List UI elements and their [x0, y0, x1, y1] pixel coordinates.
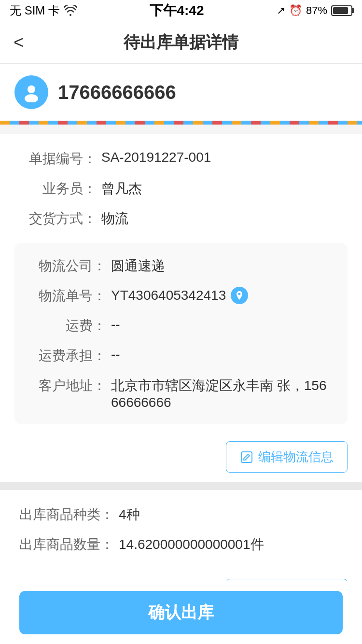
product-type-label: 出库商品种类： [19, 505, 114, 524]
confirm-outbound-button[interactable]: 确认出库 [19, 591, 343, 634]
logistics-company-label: 物流公司： [29, 257, 106, 275]
product-quantity-value: 14.620000000000001件 [119, 535, 264, 554]
logistics-freight-bear-value: -- [111, 347, 333, 362]
order-number-label: 单据编号： [19, 150, 97, 168]
order-number-row: 单据编号： SA-20191227-001 [19, 150, 343, 168]
agent-label: 业务员： [19, 180, 97, 198]
logistics-card: 物流公司： 圆通速递 物流单号： YT4306405342413 运费： -- [14, 243, 348, 424]
track-location-button[interactable] [231, 287, 248, 304]
order-number-value: SA-20191227-001 [101, 150, 343, 165]
agent-row: 业务员： 曾凡杰 [19, 180, 343, 198]
section-separator [0, 482, 362, 490]
svg-rect-2 [241, 452, 252, 462]
logistics-address-label: 客户地址： [29, 377, 106, 395]
alarm-icon: ⏰ [289, 4, 302, 17]
product-quantity-row: 出库商品数量： 14.620000000000001件 [19, 535, 343, 554]
back-button[interactable]: < [14, 32, 24, 53]
confirm-btn-label: 确认出库 [148, 602, 214, 624]
agent-value: 曾凡杰 [101, 180, 343, 198]
logistics-freight-label: 运费： [29, 317, 106, 335]
logistics-tracking-label: 物流单号： [29, 287, 106, 305]
dashed-divider [0, 121, 362, 125]
logistics-freight-value: -- [111, 317, 333, 332]
battery-fill [333, 7, 348, 14]
battery-label: 87% [306, 4, 327, 17]
delivery-value: 物流 [101, 210, 343, 228]
status-left: 无 SIM 卡 [10, 3, 77, 18]
logistics-card-wrapper: 物流公司： 圆通速递 物流单号： YT4306405342413 运费： -- [0, 243, 362, 432]
wifi-icon [64, 5, 77, 16]
location-status-icon: ↗ [277, 4, 285, 17]
delivery-label: 交货方式： [19, 210, 97, 228]
avatar-person-icon [21, 82, 42, 102]
map-pin-icon [235, 291, 244, 300]
section-spacer-1 [0, 125, 362, 134]
tracking-number: YT4306405342413 [111, 288, 226, 303]
edit-icon [240, 450, 253, 464]
logistics-freight-row: 运费： -- [29, 317, 333, 335]
customer-phone: 17666666666 [58, 82, 176, 103]
svg-point-1 [25, 94, 38, 102]
status-right: ↗ ⏰ 87% [277, 4, 352, 17]
logistics-tracking-value: YT4306405342413 [111, 287, 333, 304]
order-info-section: 单据编号： SA-20191227-001 业务员： 曾凡杰 交货方式： 物流 [0, 134, 362, 243]
logistics-company-value: 圆通速递 [111, 257, 333, 275]
edit-btn-label: 编辑物流信息 [258, 448, 334, 465]
svg-point-0 [28, 85, 35, 93]
logistics-company-row: 物流公司： 圆通速递 [29, 257, 333, 275]
customer-header: 17666666666 [0, 64, 362, 121]
product-quantity-label: 出库商品数量： [19, 535, 114, 554]
status-time: 下午4:42 [150, 1, 204, 20]
status-bar: 无 SIM 卡 下午4:42 ↗ ⏰ 87% [0, 0, 362, 21]
avatar [14, 75, 48, 109]
carrier-label: 无 SIM 卡 [10, 3, 60, 18]
delivery-row: 交货方式： 物流 [19, 210, 343, 228]
nav-bar: < 待出库单据详情 [0, 21, 362, 64]
battery-icon [331, 5, 352, 16]
logistics-tracking-row: 物流单号： YT4306405342413 [29, 287, 333, 305]
confirm-btn-area: 确认出库 [0, 581, 362, 644]
product-type-value: 4种 [119, 505, 140, 524]
logistics-address-value: 北京市市辖区海淀区永丰南 张，156 66666666 [111, 377, 333, 410]
logistics-freight-bear-label: 运费承担： [29, 347, 106, 365]
product-type-row: 出库商品种类： 4种 [19, 505, 343, 524]
logistics-freight-bear-row: 运费承担： -- [29, 347, 333, 365]
products-section: 出库商品种类： 4种 出库商品数量： 14.620000000000001件 [0, 490, 362, 569]
logistics-address-row: 客户地址： 北京市市辖区海淀区永丰南 张，156 66666666 [29, 377, 333, 410]
page-title: 待出库单据详情 [124, 31, 238, 54]
edit-btn-row: 编辑物流信息 [0, 432, 362, 482]
edit-logistics-button[interactable]: 编辑物流信息 [226, 441, 348, 473]
